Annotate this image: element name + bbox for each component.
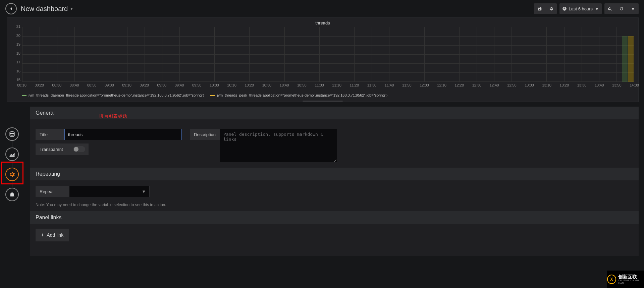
refresh-icon — [619, 6, 624, 11]
caret-down-icon: ▼ — [631, 6, 635, 11]
repeat-note: Note: You may need to change the variabl… — [30, 203, 639, 211]
watermark: X 创新互联 CHUANG XIN HU LIAN — [607, 271, 644, 288]
transparent-label: Transparent — [36, 143, 67, 155]
arrow-left-icon — [8, 6, 14, 11]
save-icon — [537, 6, 542, 11]
general-tab[interactable] — [5, 168, 19, 181]
zoom-out-button[interactable] — [604, 3, 616, 14]
title-input[interactable] — [64, 129, 182, 140]
legend-swatch — [210, 95, 215, 96]
add-link-label: Add link — [47, 232, 63, 238]
chart-grid — [22, 27, 634, 82]
dashboard-settings-button[interactable] — [545, 3, 557, 14]
description-label: Description — [190, 129, 220, 140]
panel-editor: General 填写图表标题 Title Transparent Descrip… — [30, 107, 639, 256]
navbar: New dashboard ▼ Last 6 hours ▼ ▼ — [0, 0, 644, 17]
bell-icon — [9, 191, 15, 198]
time-range-label: Last 6 hours — [569, 6, 593, 11]
back-button[interactable] — [5, 3, 17, 14]
dashboard-title-dropdown[interactable]: New dashboard ▼ — [21, 5, 73, 13]
panel-title[interactable]: threads — [7, 18, 638, 27]
watermark-logo-icon: X — [607, 275, 616, 284]
refresh-interval-dropdown[interactable]: ▼ — [627, 3, 639, 14]
clock-icon — [562, 6, 567, 11]
description-textarea[interactable] — [220, 129, 337, 162]
chart-area[interactable]: 21201918171615 08:1008:2008:3008:4008:50… — [22, 27, 634, 91]
legend-item[interactable]: jvm_threads_daemon_threads{application="… — [22, 93, 204, 97]
caret-down-icon: ▼ — [142, 189, 146, 194]
panel-resize-handle[interactable] — [303, 101, 343, 102]
y-axis: 21201918171615 — [10, 27, 20, 82]
caret-down-icon: ▼ — [70, 7, 73, 11]
dashboard-title: New dashboard — [21, 5, 68, 13]
legend-swatch — [22, 95, 26, 96]
caret-down-icon: ▼ — [595, 6, 599, 11]
add-link-button[interactable]: + Add link — [36, 229, 69, 241]
plus-icon: + — [41, 232, 44, 238]
alert-tab[interactable] — [5, 188, 19, 201]
section-header-panel-links: Panel links — [30, 211, 639, 224]
graph-panel: threads 21201918171615 08:1008:2008:3008… — [7, 17, 639, 102]
time-range-picker[interactable]: Last 6 hours ▼ — [559, 3, 602, 14]
zoom-out-icon — [608, 6, 612, 11]
queries-tab[interactable] — [5, 127, 19, 141]
refresh-button[interactable] — [616, 3, 627, 14]
save-dashboard-button[interactable] — [534, 3, 545, 14]
chart-icon — [9, 151, 15, 158]
repeat-select[interactable]: ▼ — [69, 186, 150, 197]
legend-item[interactable]: jvm_threads_peak_threads{application="pr… — [210, 93, 387, 97]
section-header-repeating: Repeating — [30, 168, 639, 180]
repeat-label: Repeat — [36, 186, 69, 197]
database-icon — [9, 131, 15, 137]
annotation-text: 填写图表标题 — [99, 113, 127, 119]
editor-side-nav — [3, 124, 21, 205]
title-label: Title — [36, 129, 64, 140]
gear-icon — [549, 6, 553, 11]
gear-icon — [9, 171, 15, 178]
chart-legend: jvm_threads_daemon_threads{application="… — [7, 91, 638, 100]
visualization-tab[interactable] — [5, 148, 19, 161]
transparent-toggle[interactable] — [73, 146, 85, 152]
x-axis: 08:1008:2008:3008:4008:5009:0009:1009:20… — [22, 83, 634, 91]
